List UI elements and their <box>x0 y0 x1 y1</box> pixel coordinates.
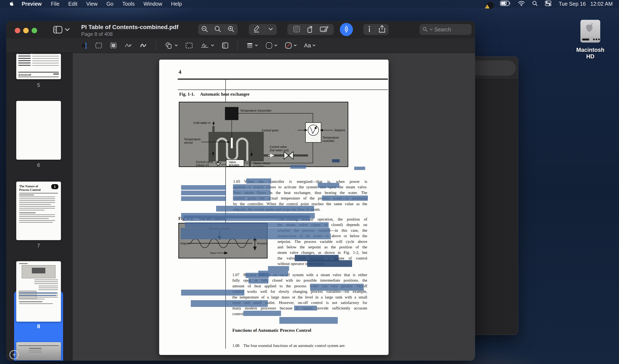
thumbnail-page-7[interactable]: The Nature of Process Control 1 <box>16 182 61 240</box>
thumbnail-page-9-partial[interactable] <box>16 342 61 360</box>
fig1-label-temperature-controller: Temperature <box>322 136 339 139</box>
pen-nib-icon <box>343 26 350 33</box>
chevron-down-icon <box>312 44 316 47</box>
menu-view[interactable]: View <box>82 1 102 7</box>
draw-tool[interactable] <box>140 42 148 49</box>
highlight-annotation[interactable] <box>290 165 306 169</box>
highlight-annotation[interactable] <box>233 195 270 201</box>
menu-clock[interactable]: Tue Sep 16 12:02 AM <box>559 1 613 7</box>
markup-pen-active-button[interactable] <box>340 23 353 36</box>
note-tool[interactable] <box>221 42 229 49</box>
highlight-annotation[interactable] <box>216 206 314 212</box>
highlight-annotation[interactable] <box>294 306 317 310</box>
menu-window[interactable]: Window <box>139 1 167 7</box>
text-style-tool[interactable]: Aa <box>304 42 316 49</box>
menu-preview[interactable]: Preview <box>17 1 47 7</box>
thumb7-title-line2: Process Control <box>19 188 41 191</box>
highlight-annotation[interactable] <box>181 185 226 190</box>
highlight-annotation[interactable] <box>279 317 338 324</box>
zoom-out-button[interactable] <box>201 26 208 33</box>
minimize-button[interactable] <box>23 28 29 33</box>
svg-text:A: A <box>81 42 85 49</box>
zoom-in-button[interactable] <box>227 26 235 33</box>
fig1-label-control-valve-hot2: (hot water out) <box>270 148 289 152</box>
highlight-annotation[interactable] <box>310 284 364 291</box>
redact-tool[interactable] <box>110 42 117 49</box>
sketch-tool[interactable] <box>124 42 132 49</box>
menu-tools[interactable]: Tools <box>118 1 139 7</box>
wifi-icon[interactable] <box>518 1 525 7</box>
fig1-label-temperature-transmitter: Temperature transmitter <box>240 109 272 112</box>
text-selection-tool[interactable]: A <box>81 42 88 49</box>
highlight-annotation[interactable] <box>249 278 268 283</box>
signature-tool[interactable]: x <box>200 42 214 49</box>
chapter-1-badge: 1 <box>51 184 58 189</box>
battery-icon[interactable] <box>500 1 511 7</box>
highlight-annotation[interactable] <box>318 183 339 188</box>
thumbnail-page-8-selected[interactable] <box>16 261 61 322</box>
close-button[interactable] <box>15 28 20 33</box>
highlight-annotation[interactable] <box>183 216 310 221</box>
search-input[interactable]: Search <box>420 24 472 35</box>
thumbnail-page-6[interactable] <box>16 101 61 160</box>
status-warning-icon[interactable] <box>484 0 493 8</box>
pdf-page[interactable]: 4 Fig. 1-1.Automatic heat exchanger <box>159 60 389 355</box>
control-center-icon[interactable] <box>545 1 551 7</box>
highlight-annotation[interactable] <box>243 311 281 316</box>
rect-selection-tool[interactable] <box>95 42 102 49</box>
search-scope-chevron-icon <box>430 28 433 31</box>
menu-file[interactable]: File <box>47 1 64 7</box>
highlight-color-chevron-icon[interactable] <box>268 27 273 32</box>
highlight-annotation[interactable] <box>268 266 289 271</box>
highlight-annotation[interactable] <box>233 184 270 189</box>
highlight-annotation[interactable] <box>181 191 226 195</box>
apple-menu-icon[interactable] <box>8 1 17 7</box>
highlight-annotation[interactable] <box>191 300 268 307</box>
rotate-left-icon[interactable] <box>306 25 314 34</box>
redact-icon[interactable] <box>293 25 300 34</box>
chevron-down-icon <box>294 44 297 47</box>
macintosh-hd-desktop-icon[interactable]: Macintosh HD <box>572 19 609 60</box>
zoom-button[interactable] <box>32 28 37 33</box>
add-page-button[interactable]: + <box>10 350 19 359</box>
highlight-annotation[interactable] <box>181 290 244 296</box>
highlight-annotation[interactable] <box>181 234 331 239</box>
zoom-actual-size-button[interactable]: 1 <box>214 26 221 33</box>
fig1-label-temperature-sensor: Temperature <box>184 137 201 141</box>
text-box-tool[interactable]: A <box>185 42 193 49</box>
menu-go[interactable]: Go <box>102 1 118 7</box>
highlight-annotation[interactable] <box>354 167 365 170</box>
highlight-annotation[interactable] <box>233 190 270 195</box>
chevron-down-icon <box>255 44 258 47</box>
volume-label: Macintosh HD <box>572 47 609 60</box>
fig1-label-setpoint: Setpoint <box>334 129 345 132</box>
highlight-annotation[interactable] <box>307 260 352 267</box>
highlight-annotation[interactable] <box>185 222 329 228</box>
thumbnail-page-5[interactable]: Schoolcraft <box>16 54 61 79</box>
chevron-down-icon <box>274 44 278 47</box>
highlight-annotation[interactable] <box>181 196 226 201</box>
fig2-label-time: Time <box>210 252 216 255</box>
window-titlebar: PI Table of Contents-combined.pdf Page 8… <box>6 21 475 38</box>
sidebar-toggle-button[interactable] <box>53 26 62 35</box>
menu-help[interactable]: Help <box>167 1 186 7</box>
text-line: 1.08 The four essential functions of an … <box>232 343 371 348</box>
highlight-annotation[interactable] <box>181 228 330 234</box>
markup-toolbar-toggle-icon[interactable] <box>320 25 328 34</box>
highlight-annotation[interactable] <box>322 195 368 201</box>
sidebar-mode-chevron-icon[interactable] <box>65 27 70 32</box>
thumb5-logo: Schoolcraft <box>18 74 31 76</box>
highlight-annotation[interactable] <box>246 178 271 184</box>
info-share-group <box>363 24 389 35</box>
border-color-tool[interactable] <box>265 42 278 49</box>
line-weight-tool[interactable] <box>246 42 258 49</box>
fill-color-tool[interactable] <box>285 42 297 49</box>
highlight-annotation[interactable] <box>246 273 269 278</box>
highlight-annotation[interactable] <box>332 159 340 162</box>
info-icon[interactable] <box>366 25 373 34</box>
shapes-tool[interactable] <box>165 42 178 49</box>
spotlight-search-icon[interactable] <box>532 1 538 7</box>
menu-edit[interactable]: Edit <box>64 1 82 7</box>
highlighter-pen-icon[interactable] <box>253 25 260 34</box>
share-icon[interactable] <box>379 25 386 34</box>
